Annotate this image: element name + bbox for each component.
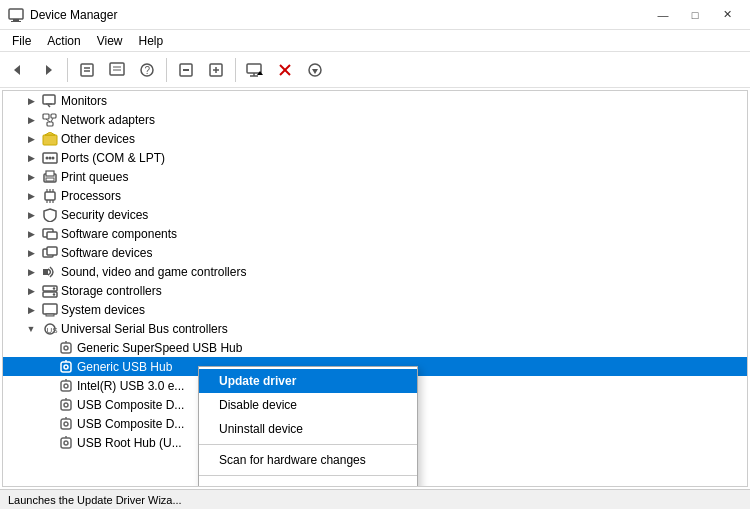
- collapse-toolbar-btn[interactable]: [172, 56, 200, 84]
- expand-network[interactable]: [23, 112, 39, 128]
- tree-item-sw-components[interactable]: Software components: [3, 224, 747, 243]
- svg-rect-42: [46, 178, 54, 181]
- tree-item-security[interactable]: Security devices: [3, 205, 747, 224]
- title-bar: Device Manager — □ ✕: [0, 0, 750, 30]
- context-disable-device[interactable]: Disable device: [199, 393, 417, 417]
- context-properties[interactable]: Properties: [199, 479, 417, 487]
- expand-print[interactable]: [23, 169, 39, 185]
- svg-rect-66: [61, 362, 71, 372]
- usb-hub-icon-1: [58, 340, 74, 356]
- svg-point-79: [64, 441, 68, 445]
- context-sep-1: [199, 444, 417, 445]
- tree-item-other[interactable]: Other devices: [3, 129, 747, 148]
- other-icon: [42, 131, 58, 147]
- svg-rect-2: [11, 21, 21, 22]
- svg-rect-69: [61, 381, 71, 391]
- svg-rect-59: [43, 304, 57, 314]
- context-scan-hardware[interactable]: Scan for hardware changes: [199, 448, 417, 472]
- toolbar-sep-3: [235, 58, 236, 82]
- expand-processors[interactable]: [23, 188, 39, 204]
- expand-ports[interactable]: [23, 150, 39, 166]
- svg-rect-43: [45, 192, 55, 200]
- context-uninstall-device[interactable]: Uninstall device: [199, 417, 417, 441]
- expand-system[interactable]: [23, 302, 39, 318]
- usb-hub-icon-2: [58, 359, 74, 375]
- svg-rect-29: [43, 114, 49, 119]
- expand-security[interactable]: [23, 207, 39, 223]
- network-icon: [42, 112, 58, 128]
- tree-item-usb[interactable]: USB Universal Serial Bus controllers: [3, 319, 747, 338]
- expand-toolbar-btn[interactable]: [202, 56, 230, 84]
- tree-item-print[interactable]: Print queues: [3, 167, 747, 186]
- expand-monitors[interactable]: [23, 93, 39, 109]
- intel-usb-icon: [58, 378, 74, 394]
- tree-item-superspeed[interactable]: Generic SuperSpeed USB Hub: [3, 338, 747, 357]
- tree-item-network[interactable]: Network adapters: [3, 110, 747, 129]
- svg-line-28: [48, 105, 50, 107]
- expand-usb[interactable]: [23, 321, 39, 337]
- tree-item-processors[interactable]: Processors: [3, 186, 747, 205]
- print-label: Print queues: [61, 170, 128, 184]
- main-content: Monitors Network adapters Other devices …: [0, 88, 750, 489]
- tree-item-sw-devices[interactable]: Software devices: [3, 243, 747, 262]
- svg-marker-25: [312, 69, 318, 74]
- intel-usb-label: Intel(R) USB 3.0 e...: [77, 379, 184, 393]
- tree-item-storage[interactable]: Storage controllers: [3, 281, 747, 300]
- svg-point-67: [64, 365, 68, 369]
- device-tree[interactable]: Monitors Network adapters Other devices …: [2, 90, 748, 487]
- forward-button[interactable]: [34, 56, 62, 84]
- sw-devices-label: Software devices: [61, 246, 152, 260]
- sw-devices-icon: [42, 245, 58, 261]
- svg-rect-63: [61, 343, 71, 353]
- system-label: System devices: [61, 303, 145, 317]
- status-bar: Launches the Update Driver Wiza...: [0, 489, 750, 509]
- expand-other[interactable]: [23, 131, 39, 147]
- tree-item-monitors[interactable]: Monitors: [3, 91, 747, 110]
- tree-item-sound[interactable]: Sound, video and game controllers: [3, 262, 747, 281]
- usb-root-icon: [58, 435, 74, 451]
- menu-view[interactable]: View: [89, 30, 131, 51]
- svg-rect-30: [51, 114, 56, 118]
- svg-rect-0: [9, 9, 23, 19]
- storage-icon: [42, 283, 58, 299]
- expand-sw-components[interactable]: [23, 226, 39, 242]
- tree-item-ports[interactable]: Ports (COM & LPT): [3, 148, 747, 167]
- usb-root-label: USB Root Hub (U...: [77, 436, 182, 450]
- composite-2-label: USB Composite D...: [77, 417, 184, 431]
- window-title: Device Manager: [30, 8, 648, 22]
- svg-point-64: [64, 346, 68, 350]
- context-update-driver[interactable]: Update driver: [199, 369, 417, 393]
- minimize-button[interactable]: —: [648, 5, 678, 25]
- svg-point-76: [64, 422, 68, 426]
- menu-help[interactable]: Help: [131, 30, 172, 51]
- menu-file[interactable]: File: [4, 30, 39, 51]
- scan-hardware-btn[interactable]: [301, 56, 329, 84]
- expand-storage[interactable]: [23, 283, 39, 299]
- update-driver-btn[interactable]: [241, 56, 269, 84]
- search-toolbar-btn[interactable]: [103, 56, 131, 84]
- storage-label: Storage controllers: [61, 284, 162, 298]
- back-button[interactable]: [4, 56, 32, 84]
- ports-label: Ports (COM & LPT): [61, 151, 165, 165]
- properties-toolbar-btn[interactable]: [73, 56, 101, 84]
- expand-sound[interactable]: [23, 264, 39, 280]
- expand-sw-devices[interactable]: [23, 245, 39, 261]
- maximize-button[interactable]: □: [680, 5, 710, 25]
- svg-point-58: [53, 293, 55, 295]
- svg-rect-53: [47, 247, 57, 255]
- remove-device-btn[interactable]: [271, 56, 299, 84]
- svg-point-37: [46, 156, 49, 159]
- help-toolbar-btn[interactable]: ?: [133, 56, 161, 84]
- tree-item-system[interactable]: System devices: [3, 300, 747, 319]
- sw-components-label: Software components: [61, 227, 177, 241]
- svg-rect-8: [110, 63, 124, 75]
- svg-text:?: ?: [145, 65, 151, 76]
- other-label: Other devices: [61, 132, 135, 146]
- svg-text:USB: USB: [47, 326, 59, 335]
- status-text: Launches the Update Driver Wiza...: [8, 494, 182, 506]
- svg-rect-26: [43, 95, 55, 104]
- menu-action[interactable]: Action: [39, 30, 88, 51]
- close-button[interactable]: ✕: [712, 5, 742, 25]
- security-icon: [42, 207, 58, 223]
- svg-point-57: [53, 287, 55, 289]
